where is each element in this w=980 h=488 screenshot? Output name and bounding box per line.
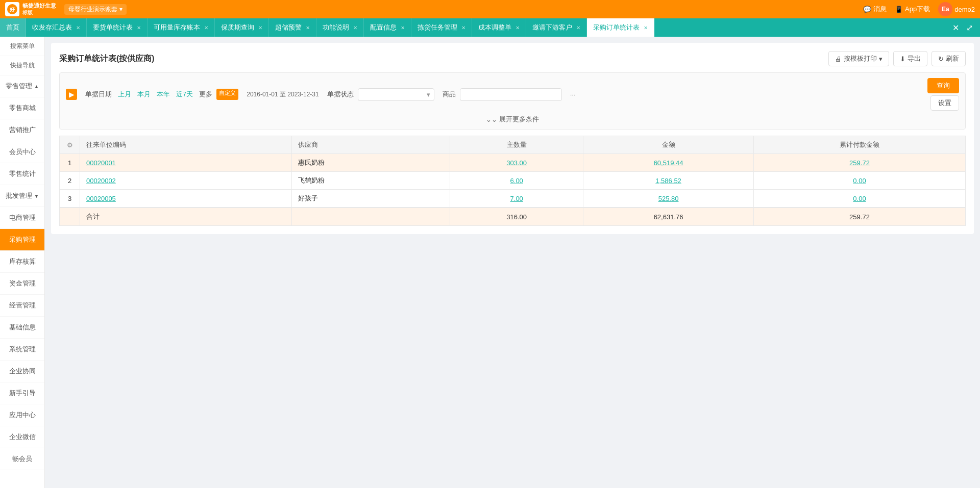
table-row[interactable]: 1 00020001 惠氏奶粉 303.00 60,519.44 259.72 xyxy=(60,154,966,172)
sidebar-item-marketing[interactable]: 营销推广 xyxy=(0,119,44,141)
table-footer-row: 合计 316.00 62,631.76 259.72 xyxy=(60,208,966,226)
code-link[interactable]: 00020005 xyxy=(86,195,116,202)
tab-gongneng[interactable]: 功能说明 ✕ xyxy=(316,18,364,37)
close-icon[interactable]: ✕ xyxy=(76,25,80,31)
message-icon: 💬 xyxy=(863,6,871,13)
close-icon[interactable]: ✕ xyxy=(306,25,310,31)
amount-link[interactable]: 60,519.44 xyxy=(654,159,683,167)
tab-home[interactable]: 首页 xyxy=(0,18,26,37)
sidebar-item-search[interactable]: 搜索菜单 xyxy=(0,37,44,56)
more-dots[interactable]: ··· xyxy=(566,89,580,100)
sidebar-item-retail-stat[interactable]: 零售统计 xyxy=(0,163,44,185)
sidebar-item-appstore[interactable]: 应用中心 xyxy=(0,404,44,426)
shortcut-more[interactable]: 更多 xyxy=(197,89,214,100)
message-btn[interactable]: 💬 消息 xyxy=(863,5,887,14)
sidebar-item-system[interactable]: 系统管理 xyxy=(0,339,44,361)
refresh-btn[interactable]: ↻ 刷新 xyxy=(932,51,966,66)
query-btn[interactable]: 查询 xyxy=(927,78,959,93)
qty-link[interactable]: 6.00 xyxy=(510,177,523,185)
filter-goods-input[interactable] xyxy=(460,88,562,101)
tab-label: 要货单统计表 xyxy=(93,23,133,32)
settings-btn[interactable]: 设置 xyxy=(930,95,959,111)
workspace-selector[interactable]: 母婴行业演示账套 ▾ xyxy=(64,4,127,15)
user-area[interactable]: Ea demo2 xyxy=(938,2,975,16)
sidebar-item-retail-shop[interactable]: 零售商城 xyxy=(0,97,44,119)
tab-yaohuo[interactable]: 要货单统计表 ✕ xyxy=(87,18,148,37)
close-icon[interactable]: ✕ xyxy=(576,25,580,31)
close-icon[interactable]: ✕ xyxy=(353,25,357,31)
shortcut-last-month[interactable]: 上月 xyxy=(116,89,133,100)
tab-yaoqingxia[interactable]: 邀请下游客户 ✕ xyxy=(526,18,587,37)
close-icon[interactable]: ✕ xyxy=(401,25,405,31)
close-icon[interactable]: ✕ xyxy=(644,25,648,31)
sidebar-item-member[interactable]: 会员中心 xyxy=(0,141,44,163)
paid-link[interactable]: 0.00 xyxy=(853,177,866,185)
close-icon[interactable]: ✕ xyxy=(137,25,141,31)
filter-status-label: 单据状态 xyxy=(327,90,354,99)
gear-icon[interactable]: ⚙ xyxy=(67,141,73,149)
qty-link[interactable]: 7.00 xyxy=(510,195,523,202)
code-link[interactable]: 00020001 xyxy=(86,159,116,167)
tab-shoufaxhz[interactable]: 收发存汇总表 ✕ xyxy=(26,18,87,37)
paid-link[interactable]: 0.00 xyxy=(853,195,866,202)
sidebar-item-purchase[interactable]: 采购管理 xyxy=(0,229,44,251)
logo-area: 好 畅捷通好生意 标版 xyxy=(5,2,56,16)
sidebar-item-operation[interactable]: 经营管理 xyxy=(0,295,44,317)
qty-link[interactable]: 303.00 xyxy=(506,159,527,167)
sidebar-item-enterprise[interactable]: 企业协同 xyxy=(0,361,44,382)
nav-tabs: 首页 收发存汇总表 ✕ 要货单统计表 ✕ 可用量库存账本 ✕ 保质期查询 ✕ 超… xyxy=(0,18,980,37)
close-icon[interactable]: ✕ xyxy=(204,25,208,31)
tab-keyongliang[interactable]: 可用量库存账本 ✕ xyxy=(148,18,215,37)
tab-peizhi[interactable]: 配置信息 ✕ xyxy=(364,18,411,37)
workspace-arrow-icon: ▾ xyxy=(119,6,122,13)
print-btn[interactable]: 🖨 按模板打印 ▾ xyxy=(828,51,889,66)
tab-chaoyuyu[interactable]: 超储预警 ✕ xyxy=(269,18,316,37)
paid-link[interactable]: 259.72 xyxy=(849,159,870,167)
sidebar-item-finance[interactable]: 资金管理 xyxy=(0,273,44,295)
cell-paid: 259.72 xyxy=(753,154,965,172)
tab-chenbentiaoz[interactable]: 成本调整单 ✕ xyxy=(472,18,526,37)
close-icon[interactable]: ✕ xyxy=(516,25,520,31)
sidebar-item-wholesale[interactable]: 批发管理 ▼ xyxy=(0,185,44,207)
shortcut-7days[interactable]: 近7天 xyxy=(174,89,195,100)
code-link[interactable]: 00020002 xyxy=(86,177,116,185)
app-download-btn[interactable]: 📱 App下载 xyxy=(895,5,930,14)
sidebar-item-inventory[interactable]: 库存核算 xyxy=(0,251,44,273)
filter-bar: ▶ 单据日期 上月 本月 本年 近7天 更多 自定义 xyxy=(59,72,966,130)
tab-label: 保质期查询 xyxy=(221,23,254,32)
tab-caigouddtj[interactable]: 采购订单统计表 ✕ xyxy=(587,18,654,37)
sidebar-item-ecommerce[interactable]: 电商管理 xyxy=(0,207,44,229)
filter-row-main: ▶ 单据日期 上月 本月 本年 近7天 更多 自定义 xyxy=(66,78,959,111)
print-icon: 🖨 xyxy=(835,55,842,63)
close-icon[interactable]: ✕ xyxy=(461,25,465,31)
export-btn[interactable]: ⬇ 导出 xyxy=(893,51,927,66)
sidebar-item-quick[interactable]: 快捷导航 xyxy=(0,56,44,75)
amount-link[interactable]: 1,586.52 xyxy=(655,177,681,185)
filter-status-select[interactable] xyxy=(358,88,434,101)
table-row[interactable]: 3 00020005 好孩子 7.00 525.80 0.00 xyxy=(60,190,966,208)
cell-num: 2 xyxy=(60,172,80,190)
sidebar-item-vip[interactable]: 畅会员 xyxy=(0,448,44,470)
shortcut-this-month[interactable]: 本月 xyxy=(135,89,153,100)
main-layout: 搜索菜单 快捷导航 零售管理 ▲ 零售商城 营销推广 会员中心 零售统计 批发管… xyxy=(0,37,980,488)
tab-phuozhanren[interactable]: 拣货任务管理 ✕ xyxy=(411,18,472,37)
sidebar-item-wechat[interactable]: 企业微信 xyxy=(0,426,44,448)
toggle-filter-btn[interactable]: ▶ xyxy=(66,89,77,100)
nav-close-btn[interactable]: ✕ xyxy=(949,21,962,35)
refresh-label: 刷新 xyxy=(946,54,959,63)
shortcut-this-year[interactable]: 本年 xyxy=(155,89,172,100)
cell-num: 3 xyxy=(60,190,80,208)
sidebar-item-newbie[interactable]: 新手引导 xyxy=(0,382,44,404)
export-label: 导出 xyxy=(908,54,921,63)
close-icon[interactable]: ✕ xyxy=(258,25,262,31)
amount-link[interactable]: 525.80 xyxy=(658,195,679,202)
th-gear: ⚙ xyxy=(60,136,80,154)
sidebar-item-retail[interactable]: 零售管理 ▲ xyxy=(0,75,44,97)
nav-expand-btn[interactable]: ⤢ xyxy=(963,21,976,35)
sidebar-item-basic[interactable]: 基础信息 xyxy=(0,317,44,339)
tab-baoyuanxq[interactable]: 保质期查询 ✕ xyxy=(215,18,269,37)
footer-amount: 62,631.76 xyxy=(583,208,754,226)
expand-btn[interactable]: ⌄⌄ 展开更多条件 xyxy=(486,115,539,124)
title-actions: 🖨 按模板打印 ▾ ⬇ 导出 ↻ 刷新 xyxy=(828,51,966,66)
table-row[interactable]: 2 00020002 飞鹤奶粉 6.00 1,586.52 0.00 xyxy=(60,172,966,190)
